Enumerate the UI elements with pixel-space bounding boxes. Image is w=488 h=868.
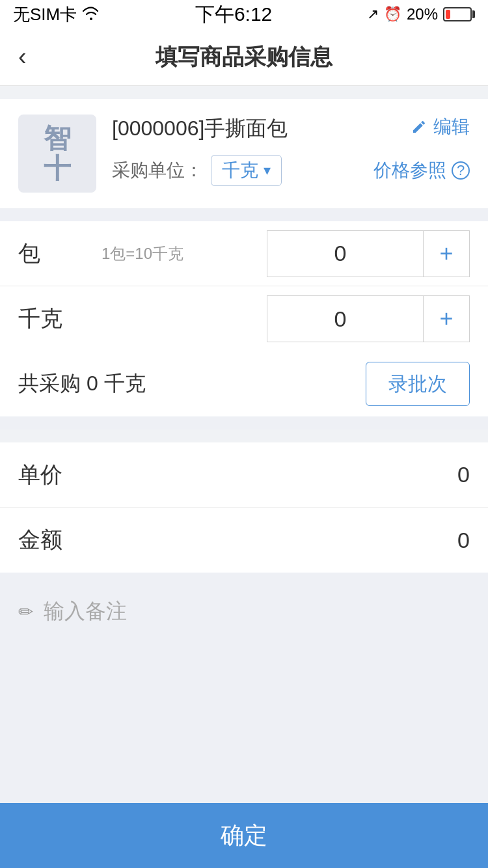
unit-select[interactable]: 千克 ▾ bbox=[211, 155, 282, 186]
section-divider-1 bbox=[0, 208, 488, 221]
location-icon: ↗ bbox=[367, 6, 379, 23]
qianke-label: 千克 bbox=[18, 304, 96, 334]
section-divider-2 bbox=[0, 416, 488, 429]
confirm-button[interactable]: 确定 bbox=[0, 803, 488, 868]
wifi-icon bbox=[82, 5, 100, 25]
price-row: 单价 0 bbox=[0, 442, 488, 508]
carrier-label: 无SIM卡 bbox=[13, 3, 77, 26]
amount-label: 金额 bbox=[18, 525, 62, 555]
product-info: [0000006]手撕面包 编辑 采购单位： 千克 ▾ 价格参照 ? bbox=[112, 115, 470, 186]
batch-button[interactable]: 录批次 bbox=[366, 362, 470, 406]
note-placeholder: 输入备注 bbox=[44, 597, 127, 626]
bao-plus-button[interactable]: + bbox=[423, 230, 470, 277]
alarm-icon: ⏰ bbox=[384, 6, 401, 23]
total-text: 共采购 0 千克 bbox=[18, 370, 146, 398]
bao-sublabel: 1包=10千克 bbox=[102, 243, 183, 264]
bao-input[interactable] bbox=[267, 230, 423, 277]
status-right: ↗ ⏰ 20% bbox=[367, 5, 475, 23]
info-section: 单价 0 金额 0 bbox=[0, 442, 488, 573]
page-title: 填写商品采购信息 bbox=[156, 42, 332, 72]
price-label: 单价 bbox=[18, 460, 62, 490]
qianke-input[interactable] bbox=[267, 295, 423, 342]
bao-row: 包 1包=10千克 + bbox=[0, 221, 488, 286]
price-ref-button[interactable]: 价格参照 ? bbox=[373, 158, 470, 183]
edit-button[interactable]: 编辑 bbox=[411, 115, 470, 139]
battery-percent: 20% bbox=[407, 5, 438, 23]
status-bar: 无SIM卡 下午6:12 ↗ ⏰ 20% bbox=[0, 0, 488, 29]
product-name: [0000006]手撕面包 bbox=[112, 115, 288, 143]
back-button[interactable]: ‹ bbox=[18, 43, 27, 71]
qianke-plus-button[interactable]: + bbox=[423, 295, 470, 342]
total-row: 共采购 0 千克 录批次 bbox=[0, 351, 488, 416]
status-left: 无SIM卡 bbox=[13, 3, 100, 26]
amount-value: 0 bbox=[457, 528, 470, 553]
amount-row: 金额 0 bbox=[0, 508, 488, 573]
time-label: 下午6:12 bbox=[195, 1, 272, 28]
note-section[interactable]: ✏ 输入备注 bbox=[0, 573, 488, 651]
nav-bar: ‹ 填写商品采购信息 bbox=[0, 29, 488, 86]
bao-label: 包 bbox=[18, 239, 96, 269]
product-image: 智 十 bbox=[18, 115, 96, 193]
price-value: 0 bbox=[457, 462, 470, 487]
product-logo: 智 十 bbox=[44, 124, 71, 183]
unit-label: 采购单位： bbox=[112, 158, 203, 183]
qianke-row: 千克 + bbox=[0, 286, 488, 351]
qianke-controls: + bbox=[96, 295, 470, 342]
product-card: 智 十 [0000006]手撕面包 编辑 采购单位： 千克 ▾ 价格参照 bbox=[0, 99, 488, 208]
input-section: 包 1包=10千克 + 千克 + bbox=[0, 221, 488, 351]
chevron-down-icon: ▾ bbox=[264, 162, 271, 179]
bao-controls: + bbox=[183, 230, 470, 277]
battery-icon bbox=[443, 7, 475, 21]
price-ref-help-icon: ? bbox=[452, 161, 470, 180]
pencil-icon: ✏ bbox=[18, 601, 33, 623]
